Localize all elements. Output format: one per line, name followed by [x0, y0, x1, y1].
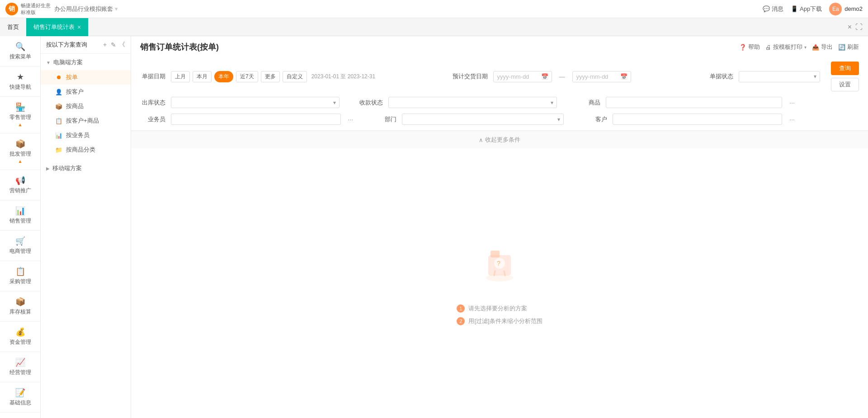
sidebar-item-retail[interactable]: 🏪 零售管理 ▲ — [0, 97, 40, 133]
tip-1-text: 请先选择要分析的方案 — [468, 304, 527, 313]
refresh-button[interactable]: 🔄 刷新 — [838, 43, 859, 51]
sidebar-item-inventory[interactable]: 📦 库存核算 — [0, 291, 40, 322]
date-btn-this-month[interactable]: 本月 — [193, 71, 212, 82]
sidebar: 🔍 搜索菜单 ★ 快捷导航 🏪 零售管理 ▲ 📦 批发管理 ▲ 📢 营销推广 📊… — [0, 36, 41, 418]
window-maximize-icon[interactable]: ⛶ — [855, 23, 863, 31]
message-button[interactable]: 💬 消息 — [763, 5, 783, 13]
sidebar-item-basic-info[interactable]: 📝 基础信息 — [0, 382, 40, 413]
breadcrumb-arrow-icon[interactable]: ▾ — [115, 5, 118, 12]
sidebar-item-sales[interactable]: 📊 销售管理 — [0, 200, 40, 231]
sidebar-item-operations[interactable]: 📈 经营管理 — [0, 352, 40, 382]
calendar-end-icon[interactable]: 📅 — [620, 73, 627, 80]
department-select[interactable] — [402, 114, 564, 125]
status-select[interactable] — [739, 71, 820, 82]
settings-button[interactable]: 设置 — [831, 78, 859, 91]
tip-1-num: 1 — [457, 304, 465, 313]
scheme-item-label: 按客户 — [66, 88, 84, 96]
customer-input[interactable] — [613, 114, 783, 125]
page-title: 销售订单统计表(按单) — [140, 42, 219, 52]
tab-bar: 首页 销售订单统计表 × × ⛶ — [0, 18, 868, 36]
salesperson-input[interactable] — [171, 114, 341, 125]
scheme-item-label: 按业务员 — [66, 131, 90, 139]
date-btn-custom[interactable]: 自定义 — [283, 71, 307, 82]
date-btn-this-year[interactable]: 本年 — [214, 71, 233, 82]
tab-active[interactable]: 销售订单统计表 × — [26, 18, 88, 36]
wholesale-arrow-icon: ▲ — [18, 159, 23, 164]
filter-row-2: 出库状态 收款状态 商品 — [140, 97, 859, 108]
scheme-panel-header: 按以下方案查询 ＋ ✎ 《 — [41, 36, 131, 54]
logo-area: 销 畅捷通好生意 标准版 — [5, 2, 51, 15]
scheme-item-by-category[interactable]: 📁 按商品分类 — [41, 142, 131, 157]
filter-area: 单据日期 上月 本月 本年 近7天 更多 自定义 2023-01-01 至 20… — [131, 56, 868, 131]
date-btn-last-7[interactable]: 近7天 — [236, 71, 258, 82]
sidebar-item-system[interactable]: ⚙ 系统管理 — [0, 413, 40, 418]
sidebar-item-purchase[interactable]: 📋 采购管理 — [0, 261, 40, 291]
sidebar-item-wholesale[interactable]: 📦 批发管理 ▲ — [0, 133, 40, 170]
scheme-section-mobile-header[interactable]: ▶ 移动端方案 — [41, 162, 131, 175]
collapse-scheme-button[interactable]: 《 — [119, 41, 125, 49]
svg-rect-2 — [491, 251, 500, 257]
sidebar-item-finance[interactable]: 💰 资金管理 — [0, 322, 40, 352]
page-header-actions: ❓ 帮助 🖨 按模板打印 ▾ 📤 导出 🔄 刷新 — [739, 43, 859, 51]
empty-icon: ? — [477, 242, 522, 295]
payment-status-select[interactable] — [388, 97, 557, 108]
date-btn-more[interactable]: 更多 — [261, 71, 280, 82]
help-button[interactable]: ❓ 帮助 — [739, 43, 760, 51]
query-button[interactable]: 查询 — [831, 62, 859, 75]
scheme-item-label: 按单 — [66, 73, 78, 81]
empty-tip-1: 1 请先选择要分析的方案 — [457, 304, 542, 313]
tab-home[interactable]: 首页 — [0, 18, 26, 36]
scheme-item-by-customer[interactable]: 👤 按客户 — [41, 85, 131, 99]
salesperson-label: 业务员 — [140, 115, 165, 124]
scheme-item-by-order[interactable]: 按单 — [41, 70, 131, 85]
customer-more-icon[interactable]: ··· — [789, 116, 795, 123]
finance-icon: 💰 — [4, 327, 37, 337]
goods-input[interactable] — [606, 97, 783, 108]
tip-2-text: 用[过滤]条件来缩小分析范围 — [468, 317, 542, 325]
by-order-icon — [55, 76, 62, 79]
sidebar-item-label: 营销推广 — [4, 187, 37, 195]
status-select-wrapper — [739, 71, 820, 82]
goods-label: 商品 — [575, 99, 600, 107]
sidebar-item-ecommerce[interactable]: 🛒 电商管理 — [0, 231, 40, 261]
refresh-icon: 🔄 — [838, 44, 845, 51]
empty-state: ? 1 请先选择要分析的方案 2 用[过滤]条件来缩小分析范围 — [131, 148, 868, 418]
sidebar-item-label: 电商管理 — [4, 247, 37, 255]
date-btn-last-month[interactable]: 上月 — [171, 71, 190, 82]
window-close-icon[interactable]: × — [848, 23, 852, 31]
sidebar-item-quick-nav[interactable]: ★ 快捷导航 — [0, 66, 40, 97]
scheme-section-pc-header[interactable]: ▼ 电脑端方案 — [41, 56, 131, 69]
sidebar-item-label: 经营管理 — [4, 369, 37, 376]
scheme-panel-title: 按以下方案查询 — [46, 41, 87, 49]
app-download-button[interactable]: 📱 App下载 — [791, 5, 822, 13]
scheme-subsection-pc: 按单 👤 按客户 📦 按商品 📋 按客户+商品 � — [41, 69, 131, 158]
scheme-item-by-customer-goods[interactable]: 📋 按客户+商品 — [41, 114, 131, 128]
department-select-wrapper — [402, 114, 564, 125]
sidebar-item-label: 快捷导航 — [4, 83, 37, 91]
breadcrumb: 办公用品行业模拟账套 ▾ — [54, 5, 118, 13]
stock-status-select[interactable] — [171, 97, 340, 108]
stock-status-label: 出库状态 — [140, 99, 165, 107]
sidebar-item-marketing[interactable]: 📢 营销推广 — [0, 170, 40, 200]
tab-close-icon[interactable]: × — [77, 24, 81, 31]
avatar: Ea — [829, 3, 842, 15]
goods-more-icon[interactable]: ··· — [789, 99, 795, 106]
print-button[interactable]: 🖨 按模板打印 ▾ — [765, 43, 807, 51]
date-range-text: 2023-01-01 至 2023-12-31 — [311, 73, 375, 81]
top-bar-right: 💬 消息 📱 App下载 Ea demo2 — [763, 3, 863, 15]
scheme-item-by-goods[interactable]: 📦 按商品 — [41, 99, 131, 114]
marketing-icon: 📢 — [4, 176, 37, 185]
scheme-item-by-salesperson[interactable]: 📊 按业务员 — [41, 128, 131, 142]
export-button[interactable]: 📤 导出 — [812, 43, 833, 51]
sidebar-item-search-menu[interactable]: 🔍 搜索菜单 — [0, 36, 40, 66]
edit-scheme-button[interactable]: ✎ — [111, 41, 116, 48]
calendar-start-icon[interactable]: 📅 — [541, 73, 548, 80]
username-label: demo2 — [844, 5, 863, 12]
filter-date-group: 上月 本月 本年 近7天 更多 自定义 2023-01-01 至 2023-12… — [171, 71, 375, 82]
scheme-section-mobile-label: 移动端方案 — [52, 164, 82, 172]
add-scheme-button[interactable]: ＋ — [102, 41, 108, 49]
sidebar-item-label: 批发管理 — [4, 150, 37, 158]
retail-icon: 🏪 — [4, 102, 37, 112]
salesperson-more-icon[interactable]: ··· — [348, 116, 354, 123]
collapse-bar[interactable]: ∧ 收起更多条件 — [131, 131, 868, 148]
